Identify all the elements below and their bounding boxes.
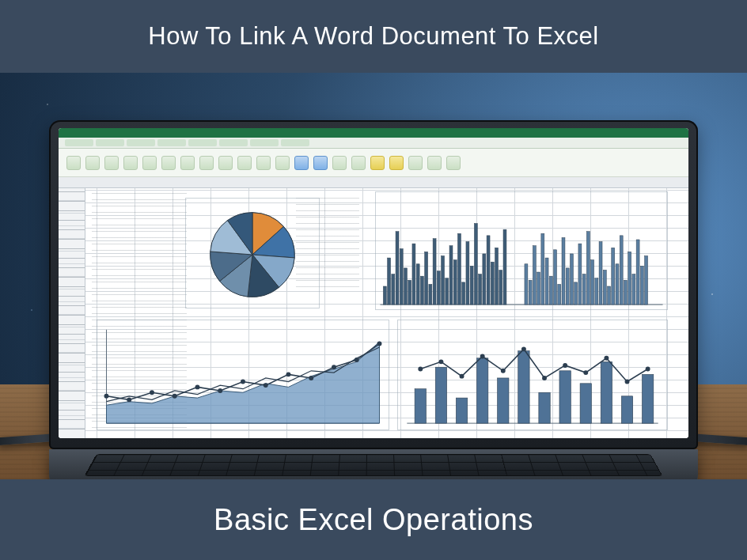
svg-rect-56: [624, 280, 627, 305]
svg-point-94: [501, 369, 506, 373]
svg-point-95: [521, 346, 526, 351]
svg-point-74: [332, 365, 336, 369]
svg-rect-27: [487, 236, 490, 305]
chart-pie: [185, 198, 320, 308]
svg-point-91: [438, 359, 443, 364]
svg-rect-24: [474, 223, 477, 305]
svg-rect-83: [518, 351, 529, 423]
svg-point-73: [309, 376, 313, 380]
svg-point-93: [480, 354, 485, 359]
svg-rect-5: [396, 232, 399, 305]
svg-rect-80: [456, 398, 467, 423]
svg-rect-44: [574, 282, 578, 305]
bottom-title-text: Basic Excel Operations: [214, 503, 533, 537]
svg-rect-32: [525, 264, 528, 305]
svg-rect-85: [559, 371, 571, 423]
svg-rect-41: [562, 237, 565, 305]
svg-point-100: [625, 380, 630, 384]
svg-point-68: [195, 384, 200, 389]
svg-rect-34: [533, 246, 536, 305]
svg-rect-60: [640, 266, 643, 305]
excel-title-bar: [59, 128, 688, 138]
svg-rect-22: [466, 242, 469, 305]
svg-rect-29: [495, 248, 499, 305]
svg-rect-86: [580, 384, 591, 423]
svg-rect-38: [549, 276, 552, 305]
excel-screen: [59, 128, 688, 438]
svg-rect-50: [599, 242, 602, 305]
svg-rect-4: [392, 274, 395, 305]
svg-point-72: [286, 372, 291, 376]
svg-point-90: [418, 367, 423, 372]
svg-point-70: [241, 380, 245, 384]
svg-rect-54: [616, 264, 619, 305]
svg-point-71: [264, 383, 268, 388]
svg-rect-55: [620, 236, 623, 305]
top-title-band: How To Link A Word Document To Excel: [0, 0, 747, 73]
svg-rect-48: [591, 260, 594, 305]
column-headers: [59, 177, 688, 188]
svg-rect-39: [554, 250, 557, 305]
svg-rect-23: [470, 266, 473, 305]
laptop-keyboard-deck: [49, 449, 698, 479]
svg-rect-84: [539, 392, 550, 423]
svg-rect-19: [453, 260, 457, 305]
svg-rect-8: [408, 280, 411, 305]
svg-rect-57: [628, 252, 631, 305]
svg-rect-58: [632, 274, 635, 305]
svg-rect-16: [442, 256, 445, 305]
svg-rect-14: [433, 239, 436, 305]
svg-rect-30: [499, 270, 502, 305]
svg-rect-45: [578, 244, 582, 305]
svg-point-98: [583, 370, 588, 375]
svg-rect-82: [498, 378, 509, 423]
svg-rect-9: [412, 244, 415, 305]
svg-rect-47: [586, 232, 590, 305]
svg-point-76: [377, 342, 382, 346]
svg-rect-18: [449, 246, 453, 305]
svg-rect-79: [435, 367, 446, 423]
laptop-screen-frame: [49, 120, 698, 449]
svg-rect-61: [645, 256, 648, 305]
chart-area: [97, 320, 389, 430]
bottom-title-band: Basic Excel Operations: [0, 479, 747, 560]
svg-rect-10: [416, 264, 419, 305]
chart-bar: [375, 191, 668, 310]
svg-point-69: [218, 388, 222, 393]
svg-rect-13: [429, 284, 432, 305]
hero-image: [0, 73, 747, 479]
svg-rect-28: [491, 262, 494, 305]
svg-point-66: [150, 390, 154, 395]
svg-rect-33: [529, 280, 532, 305]
svg-rect-49: [595, 278, 598, 305]
svg-rect-78: [415, 389, 426, 423]
svg-rect-59: [636, 240, 639, 305]
svg-rect-7: [404, 268, 408, 305]
svg-rect-20: [457, 233, 461, 305]
svg-rect-17: [446, 278, 449, 305]
svg-rect-3: [388, 258, 391, 305]
svg-rect-53: [612, 248, 615, 305]
svg-rect-26: [483, 254, 486, 305]
laptop: [49, 120, 698, 479]
svg-rect-25: [479, 274, 482, 305]
svg-point-99: [604, 356, 609, 361]
chart-combo: [397, 320, 668, 430]
svg-rect-42: [566, 268, 569, 305]
svg-point-64: [104, 394, 109, 399]
svg-rect-37: [545, 258, 548, 305]
laptop-keys: [84, 454, 662, 476]
svg-point-65: [127, 397, 131, 402]
svg-rect-36: [541, 233, 544, 305]
svg-rect-2: [383, 286, 386, 305]
svg-rect-35: [537, 272, 540, 305]
svg-rect-43: [570, 254, 573, 305]
svg-point-67: [173, 394, 177, 399]
svg-rect-40: [558, 284, 561, 305]
svg-rect-81: [476, 358, 487, 423]
svg-rect-88: [621, 396, 632, 423]
svg-rect-12: [425, 252, 428, 305]
svg-rect-15: [437, 271, 440, 305]
svg-rect-11: [420, 276, 423, 305]
svg-rect-89: [642, 374, 653, 423]
